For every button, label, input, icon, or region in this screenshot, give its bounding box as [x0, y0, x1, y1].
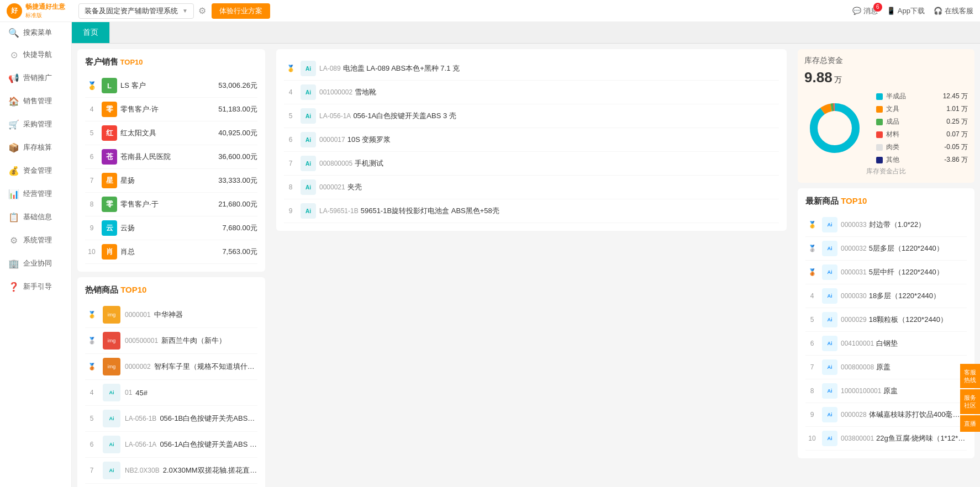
- chevron-down-icon: ▼: [182, 8, 188, 14]
- new-product-3: 🥉 Ai 0000031 5层中纤（1220*2440）: [805, 261, 967, 284]
- phone-icon: 📱: [887, 7, 895, 15]
- customer-amount-2: 51,183.00元: [218, 104, 257, 114]
- customer-amount-1: 53,006.26元: [218, 81, 257, 91]
- customer-amount-8: 7,563.00元: [222, 247, 257, 257]
- mid-product-1: 🥇 Ai LA-089 电池盖 LA-089 ABS本色+黑种 7.1 克: [284, 57, 779, 81]
- sidebar-nav-label: 快捷导航: [23, 50, 52, 60]
- mid-product-3: 5 Ai LA-056-1A 056-1A白色按键开关盖ABS 3 壳: [284, 104, 779, 128]
- new-product-name-2: 5层多层（1220*2440）: [869, 244, 967, 253]
- new-product-code-7: 000800008: [841, 363, 874, 371]
- customer-row-2: 4 零 零售客户·许 51,183.00元: [85, 98, 257, 121]
- new-product-code-8: 10000100001: [841, 387, 881, 395]
- inventory-legend: 半成品 12.45 万 文具 1.01 万: [876, 92, 968, 165]
- hot-product-code-6: LA-056-1A: [125, 441, 156, 448]
- mid-product-code-7: LA-59651-1B: [319, 207, 359, 215]
- new-product-code-4: 0000030: [841, 292, 867, 300]
- customer-amount-6: 21,680.00元: [218, 199, 257, 209]
- legend-roulei: 肉类 -0.05 万: [876, 142, 968, 152]
- new-product-code-9: 0000028: [841, 411, 867, 419]
- new-product-name-9: 体碱嘉枝味苏打饮品400毫升（1*15）: [869, 410, 967, 420]
- new-product-10: 10 Ai 003800001 22g鱼豆腐·烧烤味（1*12*20）: [805, 427, 967, 451]
- system-selector[interactable]: 装备及固定资产辅助管理系统 ▼: [78, 3, 194, 19]
- hot-product-name-3: 智利车子里（规格不知道填什么）: [154, 362, 257, 372]
- new-product-name-6: 白钢垫: [876, 338, 967, 348]
- message-button[interactable]: 💬 消息 6: [852, 6, 878, 16]
- customer-row-1: 🥇 L LS 客户 53,006.26元: [85, 74, 257, 98]
- app-download-button[interactable]: 📱 App下载: [887, 6, 925, 16]
- hot-product-code-4: 01: [125, 389, 132, 396]
- sidebar-item-marketing[interactable]: 📢 营销推广: [0, 66, 71, 89]
- hot-product-5: 5 Ai LA-056-1B 056-1B白色按键开关壳ABS2壳: [85, 406, 257, 432]
- customer-name-2: 零售客户·许: [120, 104, 218, 114]
- customer-name-6: 零售客户·于: [120, 199, 218, 209]
- svg-point-1: [814, 107, 856, 149]
- sidebar-item-purchase[interactable]: 🛒 采购管理: [0, 113, 71, 136]
- sidebar-item-nav[interactable]: ⊙ 快捷导航: [0, 43, 71, 66]
- enterprise-icon: 🏢: [9, 258, 19, 268]
- new-product-code-10: 003800001: [841, 435, 874, 442]
- customer-name-8: 肖总: [120, 247, 222, 257]
- new-product-img-3: Ai: [822, 264, 837, 280]
- new-product-name-1: 封边带（1.0*22）: [869, 220, 967, 230]
- service-community-btn[interactable]: 服务社区: [960, 389, 980, 414]
- customer-badge-4: 苍: [102, 149, 117, 165]
- hot-product-img-5: Ai: [103, 410, 120, 427]
- new-product-name-5: 18颗粒板（1220*2440）: [869, 315, 967, 325]
- customer-row-5: 7 星 星扬 33,333.00元: [85, 169, 257, 193]
- tab-home[interactable]: 首页: [72, 22, 110, 43]
- customer-row-6: 8 零 零售客户·于 21,680.00元: [85, 193, 257, 216]
- new-product-img-4: Ai: [822, 288, 837, 304]
- marketing-icon: 📢: [9, 73, 19, 83]
- new-product-img-1: Ai: [822, 217, 837, 232]
- nav-icon: ⊙: [9, 50, 19, 60]
- new-product-6: 6 Ai 004100001 白钢垫: [805, 332, 967, 356]
- new-product-img-7: Ai: [822, 359, 837, 375]
- sidebar-sales-label: 销售管理: [23, 96, 52, 106]
- legend-banchenpin: 半成品 12.45 万: [876, 92, 968, 101]
- service-live-btn[interactable]: 直播: [960, 415, 980, 432]
- service-hotline-btn[interactable]: 客服热线: [960, 364, 980, 389]
- sidebar-item-system[interactable]: ⚙ 系统管理: [0, 229, 71, 252]
- logo-icon: 好: [7, 3, 22, 19]
- trial-button[interactable]: 体验行业方案: [212, 3, 270, 19]
- sidebar-item-operation[interactable]: 📊 经营管理: [0, 182, 71, 205]
- sidebar-item-guide[interactable]: ❓ 新手引导: [0, 275, 71, 298]
- customer-badge-8: 肖: [102, 244, 117, 260]
- hot-product-img-3: img: [103, 358, 120, 375]
- mid-product-name-7: 59651-1B旋转投影灯电池盒 ABS黑色+58壳: [361, 206, 779, 216]
- inventory-card: 库存总资金 9.88 万: [798, 49, 974, 183]
- sidebar-finance-label: 资金管理: [23, 166, 52, 176]
- new-product-code-1: 0000033: [841, 221, 867, 229]
- topbar-right: 💬 消息 6 📱 App下载 🎧 在线客服: [852, 6, 973, 16]
- settings-icon[interactable]: ⚙: [198, 6, 206, 16]
- donut-chart: [804, 98, 865, 158]
- sidebar-search[interactable]: 🔍 搜索菜单: [0, 22, 71, 43]
- sidebar-item-finance[interactable]: 💰 资金管理: [0, 159, 71, 182]
- newest-products-card: 最新商品 TOP10 🥇 Ai 0000033 封边带（1.0*22） 🥈 Ai…: [798, 188, 974, 458]
- customer-badge-5: 星: [102, 173, 117, 188]
- logo-text: 畅捷通好生意 标准版: [25, 2, 65, 19]
- new-product-9: 9 Ai 0000028 体碱嘉枝味苏打饮品400毫升（1*15）: [805, 403, 967, 427]
- topbar: 好 畅捷通好生意 标准版 装备及固定资产辅助管理系统 ▼ ⚙ 体验行业方案 💬 …: [0, 0, 980, 22]
- mid-product-img-3: Ai: [301, 108, 316, 124]
- mid-product-img-4: Ai: [301, 132, 316, 147]
- new-product-name-3: 5层中纤（1220*2440）: [869, 267, 967, 277]
- online-service-button[interactable]: 🎧 在线客服: [934, 6, 973, 16]
- customer-row-4: 6 苍 苍南县人民医院 36,600.00元: [85, 145, 257, 169]
- sidebar-item-base[interactable]: 📋 基础信息: [0, 205, 71, 229]
- customer-amount-7: 7,680.00元: [222, 223, 257, 233]
- customer-row-7: 9 云 云扬 7,680.00元: [85, 216, 257, 240]
- customer-badge-1: L: [102, 78, 117, 93]
- sidebar-item-sales[interactable]: 🏠 销售管理: [0, 89, 71, 113]
- sidebar-item-inventory[interactable]: 📦 库存核算: [0, 136, 71, 159]
- hot-product-name-5: 056-1B白色按键开关壳ABS2壳: [160, 414, 257, 424]
- operation-icon: 📊: [9, 189, 19, 199]
- legend-wenju: 文具 1.01 万: [876, 104, 968, 114]
- new-product-code-5: 0000029: [841, 316, 867, 324]
- sidebar-item-enterprise[interactable]: 🏢 企业协同: [0, 252, 71, 275]
- new-product-name-7: 原盖: [876, 362, 967, 372]
- top-customers-title: 客户销售 TOP10: [85, 57, 257, 67]
- mid-product-code-6: 0000021: [319, 183, 345, 191]
- inventory-amount: 9.88: [804, 69, 833, 86]
- hot-product-code-1: 0000001: [125, 311, 151, 319]
